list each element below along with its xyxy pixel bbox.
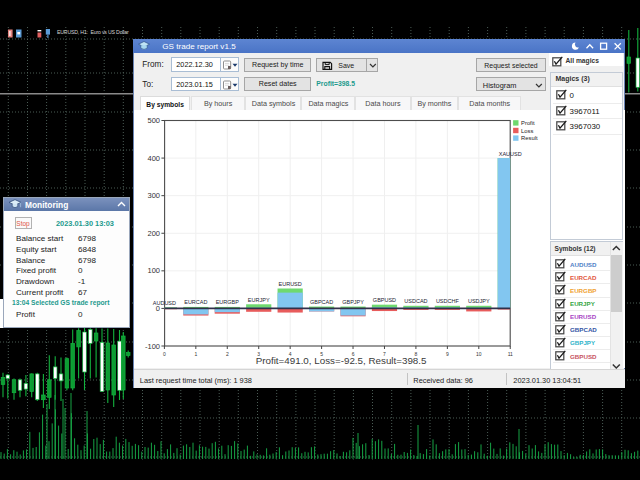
svg-text:-100: -100 bbox=[145, 341, 160, 350]
svg-text:11: 11 bbox=[508, 351, 513, 357]
svg-text:100: 100 bbox=[148, 266, 161, 275]
svg-text:GBPJPY: GBPJPY bbox=[343, 299, 365, 305]
svg-text:Loss: Loss bbox=[521, 127, 533, 133]
svg-text:1: 1 bbox=[195, 351, 198, 357]
svg-text:USDJPY: USDJPY bbox=[468, 298, 490, 304]
svg-text:EURCAD: EURCAD bbox=[185, 299, 208, 305]
svg-text:AUDUSD: AUDUSD bbox=[153, 300, 176, 306]
svg-text:EURUSD: EURUSD bbox=[279, 281, 302, 287]
svg-text:EURGBP: EURGBP bbox=[216, 299, 240, 305]
svg-text:300: 300 bbox=[148, 191, 161, 200]
svg-text:0: 0 bbox=[163, 351, 166, 357]
svg-text:Profit=491.0, Loss=-92.5, Resu: Profit=491.0, Loss=-92.5, Result=398.5 bbox=[256, 355, 427, 366]
svg-text:400: 400 bbox=[148, 153, 161, 162]
svg-text:Profit: Profit bbox=[521, 120, 535, 126]
svg-text:500: 500 bbox=[148, 116, 161, 125]
svg-text:XAUUSD: XAUUSD bbox=[499, 150, 522, 156]
svg-text:EURJPY: EURJPY bbox=[248, 297, 270, 303]
svg-text:200: 200 bbox=[148, 229, 161, 238]
svg-text:GBPUSD: GBPUSD bbox=[373, 297, 396, 303]
svg-text:2: 2 bbox=[226, 351, 229, 357]
svg-text:10: 10 bbox=[476, 351, 482, 357]
svg-text:Result: Result bbox=[521, 135, 538, 141]
svg-text:GBPCAD: GBPCAD bbox=[310, 299, 333, 305]
svg-text:USDCHF: USDCHF bbox=[436, 298, 460, 304]
svg-text:9: 9 bbox=[446, 351, 449, 357]
svg-text:USDCAD: USDCAD bbox=[405, 298, 428, 304]
